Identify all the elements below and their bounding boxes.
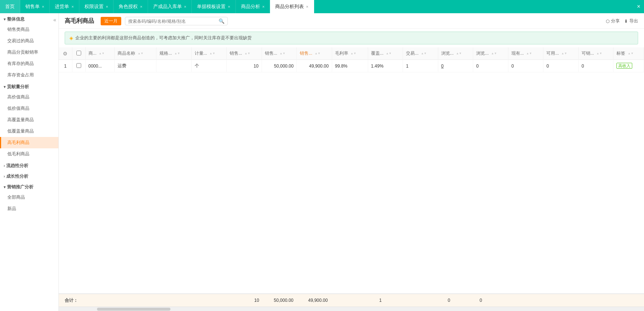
search-box: 🔍 (125, 17, 228, 25)
col-available-header[interactable]: 可用... ▲▼ (543, 47, 579, 60)
sidebar-group-marketing[interactable]: ▾ 营销推广分析 (0, 181, 58, 192)
nav-product-analysis[interactable]: 商品分析 × (236, 0, 270, 13)
sidebar-group-growth[interactable]: › 成长性分析 (0, 170, 58, 181)
content-area: 高毛利商品 近一月 🔍 ⬡ 分享 ⬇ 导出 ◈ 企业的主要的利润都是这部分商品创… (59, 13, 644, 311)
col-salesqty-header[interactable]: 销售... ▲▼ (227, 47, 262, 60)
info-banner-text: 企业的主要的利润都是这部分商品创造的，可考虑加大推广，同时关注库存是不要出现缺货 (75, 35, 252, 41)
arrow-right-icon-2: › (4, 174, 5, 178)
cell-tag: 高收入 (614, 60, 644, 72)
nav-close-product-analysis[interactable]: × (262, 4, 265, 9)
footer-transaction: 1 (379, 298, 382, 303)
sort-view2-icon: ▲▼ (491, 52, 497, 55)
col-code-header[interactable]: 商... ▲▼ (85, 47, 115, 60)
sort-tag-icon: ▲▼ (628, 52, 634, 55)
sidebar-item-traded-goods[interactable]: 交易过的商品 (0, 35, 58, 47)
cell-view1[interactable]: 0 (438, 60, 473, 72)
sort-transaction-icon: ▲▼ (421, 52, 427, 55)
col-salesprofit-header[interactable]: 销售... ▲▼ (297, 47, 332, 60)
cell-saleable: 0 (578, 60, 614, 72)
sidebar-group-trend[interactable]: › 流趋性分析 (0, 160, 58, 170)
col-checkbox[interactable] (72, 47, 85, 60)
sidebar-item-low-margin[interactable]: 低毛利商品 (0, 148, 58, 160)
sidebar-item-low-coverage[interactable]: 低覆盖量商品 (0, 126, 58, 137)
sidebar-item-high-value[interactable]: 高价值商品 (0, 91, 58, 103)
cell-checkbox[interactable] (72, 60, 85, 72)
search-input[interactable] (128, 19, 216, 24)
horizontal-scrollbar[interactable] (59, 307, 644, 311)
sort-code-icon: ▲▼ (99, 52, 105, 55)
col-settings[interactable]: ⚙ (59, 47, 72, 60)
row-checkbox[interactable] (76, 63, 81, 68)
col-tag-header[interactable]: 标签 ▲▼ (614, 47, 644, 60)
info-icon: ◈ (69, 35, 73, 41)
sidebar-item-contribution-rate[interactable]: 商品分贡献销率 (0, 47, 58, 58)
nav-product-inbound[interactable]: 产成品入库单 × (148, 0, 192, 13)
nav-sales[interactable]: 销售单 × (20, 0, 50, 13)
data-table: ⚙ 商... ▲▼ 商品名称 ▲▼ (59, 47, 644, 72)
table-row: 1 0000... 运费 个 10 50,000.00 49,900.00 (59, 60, 644, 72)
sidebar-item-stock-capital[interactable]: 库存资金占用 (0, 69, 58, 81)
cell-coverage: 1.49% (368, 60, 403, 72)
sidebar-item-new-goods[interactable]: 新品 (0, 203, 58, 214)
col-name-header[interactable]: 商品名称 ▲▼ (115, 47, 156, 60)
sort-saleable-icon: ▲▼ (596, 52, 602, 55)
cell-spec (156, 60, 192, 72)
nav-close-product-analysis-list[interactable]: × (306, 4, 308, 9)
sidebar-item-in-stock[interactable]: 有库存的商品 (0, 58, 58, 69)
cell-grossmargin: 99.8% (332, 60, 368, 72)
nav-home[interactable]: 首页 (0, 0, 20, 13)
sidebar-item-high-margin[interactable]: 高毛利商品 (0, 137, 58, 148)
cell-name[interactable]: 运费 (115, 60, 156, 72)
col-salesamt-header[interactable]: 销售... ▲▼ (262, 47, 297, 60)
header-actions: ⬡ 分享 ⬇ 导出 (606, 18, 638, 24)
sort-available-icon: ▲▼ (561, 52, 567, 55)
nav-close-product-inbound[interactable]: × (184, 4, 186, 9)
sort-salesamt-icon: ▲▼ (280, 52, 285, 55)
nav-product-analysis-list[interactable]: 商品分析列表 × (270, 0, 314, 13)
period-button[interactable]: 近一月 (101, 17, 121, 25)
sort-coverage-icon: ▲▼ (386, 52, 392, 55)
col-coverage-header[interactable]: 覆盖... ▲▼ (368, 47, 403, 60)
select-all-checkbox[interactable] (76, 51, 81, 55)
col-spec-header[interactable]: 规格... ▲▼ (156, 47, 192, 60)
sidebar-item-all-goods[interactable]: 全部商品 (0, 192, 58, 203)
nav-close-permission[interactable]: × (106, 4, 108, 9)
nav-close-template[interactable]: × (228, 4, 230, 9)
col-view1-header[interactable]: 浏览... ▲▼ (438, 47, 473, 60)
col-unit-header[interactable]: 计量... ▲▼ (191, 47, 227, 60)
nav-close-purchase[interactable]: × (71, 4, 73, 9)
nav-permission[interactable]: 权限设置 × (79, 0, 114, 13)
arrow-down-icon: ▾ (4, 17, 6, 21)
footer-salesprofit: 49,900.00 (308, 298, 328, 303)
sidebar-item-sales-goods[interactable]: 销售类商品 (0, 24, 58, 35)
sort-salesqty-icon: ▲▼ (245, 52, 251, 55)
table-footer: 合计： 10 50,000.00 49,900.00 1 0 0 (59, 293, 644, 307)
col-current-header[interactable]: 现有... ▲▼ (508, 47, 543, 60)
sort-salesprofit-icon: ▲▼ (315, 52, 321, 55)
nav-close-sales[interactable]: × (42, 4, 44, 9)
col-grossmargin-header[interactable]: 毛利率 ▲▼ (332, 47, 368, 60)
scroll-thumb[interactable] (97, 308, 170, 311)
share-icon: ⬡ (606, 19, 609, 24)
nav-role[interactable]: 角色授权 × (114, 0, 148, 13)
nav-close-all[interactable]: × (637, 3, 644, 10)
footer-label: 合计： (65, 297, 78, 304)
search-icon[interactable]: 🔍 (219, 18, 224, 24)
col-saleable-header[interactable]: 可销... ▲▼ (578, 47, 614, 60)
share-button[interactable]: ⬡ 分享 (606, 18, 620, 24)
sidebar-collapse-button[interactable]: « (53, 17, 56, 23)
sidebar-group-contribution[interactable]: ▾ 贡献量分析 (0, 81, 58, 91)
sidebar-group-overall[interactable]: ▾ 整体信息 (0, 13, 58, 24)
col-transaction-header[interactable]: 交易... ▲▼ (403, 47, 438, 60)
export-button[interactable]: ⬇ 导出 (624, 18, 638, 24)
footer-salesamt: 50,000.00 (274, 298, 293, 303)
sort-unit-icon: ▲▼ (209, 52, 215, 55)
nav-template[interactable]: 单据模板设置 × (192, 0, 235, 13)
col-view2-header[interactable]: 浏览... ▲▼ (473, 47, 508, 60)
nav-close-role[interactable]: × (140, 4, 142, 9)
nav-purchase[interactable]: 进货单 × (50, 0, 79, 13)
main-layout: « ▾ 整体信息 销售类商品 交易过的商品 商品分贡献销率 有库存的商品 库存资… (0, 13, 644, 311)
sidebar-item-low-value[interactable]: 低价值商品 (0, 103, 58, 114)
sort-grossmargin-icon: ▲▼ (350, 52, 356, 55)
sidebar-item-high-coverage[interactable]: 高覆盖量商品 (0, 114, 58, 126)
